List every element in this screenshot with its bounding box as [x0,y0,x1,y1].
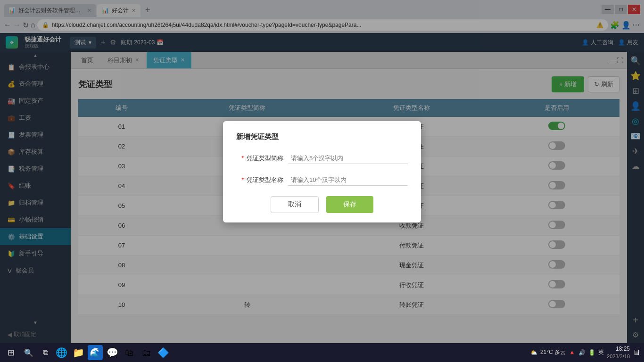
short-name-label: * 凭证类型简称 [236,154,283,163]
taskbar-chrome-icon[interactable]: 🌐 [54,345,69,360]
full-name-label: * 凭证类型名称 [236,176,283,184]
start-btn[interactable]: ⊞ [4,346,18,360]
clock-display: 18:25 2023/3/18 [607,346,630,360]
task-view-btn[interactable]: ⧉ [39,346,52,359]
taskbar: ⊞ 🔍 ⧉ 🌐 📁 🌊 💬 🛍 🗂 🔷 ⛅ 21°C 多云 🔺 🔊 🔋 英 18… [0,343,644,362]
weather-icon: ⛅ [530,349,537,356]
clock-date: 2023/3/18 [607,353,630,360]
taskbar-wechat-icon[interactable]: 💬 [105,345,120,360]
cancel-button[interactable]: 取消 [271,196,319,213]
network-icon: 🔺 [569,349,576,356]
dialog-title: 新增凭证类型 [236,132,408,141]
full-name-input[interactable] [288,174,408,186]
sound-icon: 🔊 [578,349,586,356]
short-name-label-text: 凭证类型简称 [247,155,283,162]
save-button[interactable]: 保存 [326,196,373,213]
taskbar-folder-icon[interactable]: 📁 [71,345,86,360]
taskbar-right: ⛅ 21°C 多云 🔺 🔊 🔋 英 18:25 2023/3/18 🖥 [530,346,640,360]
full-name-label-text: 凭证类型名称 [247,176,283,183]
taskbar-win-store-icon[interactable]: 🛍 [122,345,137,360]
weather-temp: 21°C 多云 [540,348,566,356]
lang-indicator[interactable]: 英 [598,348,604,356]
taskbar-edge-icon[interactable]: 🌊 [88,345,103,360]
add-voucher-type-dialog: 新增凭证类型 * 凭证类型简称 * 凭证类型名称 取消 保存 [223,121,421,222]
notification-btn[interactable]: 🖥 [633,348,640,357]
search-taskbar-btn[interactable]: 🔍 [20,346,37,359]
taskbar-files-icon[interactable]: 🗂 [139,345,154,360]
form-row-fullname: * 凭证类型名称 [236,174,408,186]
form-row-short: * 凭证类型简称 [236,153,408,164]
required-star-1: * [241,155,244,162]
clock-time: 18:25 [607,346,630,353]
short-name-input[interactable] [288,153,408,164]
battery-icon: 🔋 [588,349,595,356]
modal-overlay[interactable]: 新增凭证类型 * 凭证类型简称 * 凭证类型名称 取消 保存 [0,0,644,343]
taskbar-edge2-icon[interactable]: 🔷 [156,345,171,360]
dialog-actions: 取消 保存 [236,196,408,213]
required-star-2: * [241,176,244,183]
